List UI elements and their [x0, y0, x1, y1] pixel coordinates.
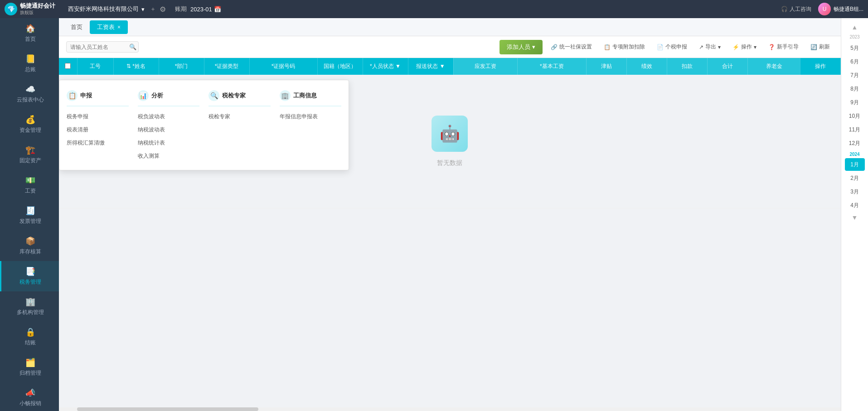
- company-selector[interactable]: 西安虾米网络科技有限公司 ▾: [68, 5, 145, 13]
- cal-month-2024-4[interactable]: 4月: [845, 199, 865, 212]
- dropdown-item-income-calc[interactable]: 收入测算: [138, 150, 200, 163]
- refresh-btn[interactable]: 🔄 刷新: [807, 41, 834, 53]
- add-person-button[interactable]: 添加人员 ▾: [499, 40, 543, 54]
- search-wrap[interactable]: 🔍: [66, 41, 139, 53]
- th-pension: 养老金: [748, 58, 800, 75]
- sidebar-item-multi[interactable]: 🏢 多机构管理: [0, 291, 59, 322]
- th-id-type: *证据类型: [204, 58, 249, 75]
- sidebar-item-cloud[interactable]: ☁️ 云报表中心: [0, 79, 59, 109]
- shuiJian-label: 税检专家: [222, 92, 246, 100]
- calendar-icon[interactable]: 📅: [214, 6, 221, 13]
- cal-month-7[interactable]: 7月: [845, 69, 865, 82]
- tax-filing-btn[interactable]: 📄 个税申报: [653, 41, 691, 53]
- user-area[interactable]: U 畅捷通B组...: [818, 3, 863, 15]
- scrollbar-thumb[interactable]: [77, 407, 258, 411]
- export-btn[interactable]: ↗ 导出 ▾: [695, 41, 724, 53]
- cal-nav-down[interactable]: ▼: [849, 212, 860, 223]
- sidebar-item-xiaochang[interactable]: 📣 小畅报销: [0, 382, 59, 411]
- th-id: 工号: [77, 58, 113, 75]
- top-header: 💎 畅捷通好会计 旗舰版 西安虾米网络科技有限公司 ▾ ＋ ⚙ 账期 2023-…: [0, 0, 868, 18]
- cal-month-12[interactable]: 12月: [845, 137, 865, 150]
- guide-label: 新手引导: [777, 43, 799, 51]
- sidebar-item-tax[interactable]: 📑 税务管理: [0, 261, 59, 291]
- social-insurance-btn[interactable]: 🔗 统一社保设置: [547, 41, 596, 53]
- sidebar-item-invoice[interactable]: 🧾 发票管理: [0, 200, 59, 231]
- dropdown-item-tax-stat[interactable]: 纳税统计表: [138, 136, 200, 150]
- sidebar-item-ledger[interactable]: 📒 总账: [0, 48, 59, 79]
- dropdown-item-tax-burden[interactable]: 税负波动表: [138, 110, 200, 123]
- special-label: 专项附加扣除: [612, 43, 645, 51]
- th-operation: 操作: [800, 58, 840, 75]
- dropdown-item-tax-change[interactable]: 纳税波动表: [138, 123, 200, 136]
- sidebar-item-home[interactable]: 🏠 首页: [0, 18, 59, 48]
- cal-nav-up[interactable]: ▲: [849, 22, 860, 33]
- cal-month-2024-1[interactable]: 1月: [845, 158, 865, 171]
- dropdown-item-tax-expert[interactable]: 税检专家: [209, 110, 271, 123]
- cal-month-5[interactable]: 5月: [845, 42, 865, 54]
- sidebar-item-fund[interactable]: 💰 资金管理: [0, 109, 59, 140]
- cal-year-2023-label: 2023: [849, 34, 859, 39]
- th-status: *人员状态 ▼: [363, 58, 408, 75]
- dropdown-item-income-tax[interactable]: 所得税汇算清缴: [67, 136, 129, 150]
- logo-area: 💎 畅捷通好会计 旗舰版: [5, 2, 63, 16]
- special-deduction-btn[interactable]: 📋 专项附加扣除: [600, 41, 649, 53]
- dropdown-section-gongShang: 🏢 工商信息 年报信息申报表: [280, 87, 342, 163]
- dropdown-item-annual-report[interactable]: 年报信息申报表: [280, 110, 342, 123]
- sort-icon: ⇅: [126, 63, 131, 69]
- social-icon: 🔗: [551, 44, 558, 50]
- sidebar-item-salary[interactable]: 💵 工资: [0, 170, 59, 200]
- dropdown-item-tax-filing[interactable]: 税务申报: [67, 110, 129, 123]
- tab-salary-label: 工资表: [97, 23, 115, 31]
- inventory-icon: 📦: [25, 236, 35, 246]
- settings-icon[interactable]: ⚙: [160, 5, 166, 14]
- th-checkbox[interactable]: [59, 58, 77, 75]
- add-person-dropdown-icon: ▾: [532, 44, 535, 50]
- sidebar-item-inventory[interactable]: 📦 库存核算: [0, 231, 59, 261]
- cal-month-9[interactable]: 9月: [845, 96, 865, 109]
- company-dropdown-icon: ▾: [141, 6, 145, 13]
- service-btn[interactable]: 🎧 人工咨询: [781, 5, 811, 13]
- sidebar-label-inventory: 库存核算: [19, 248, 41, 256]
- search-input[interactable]: [70, 44, 129, 50]
- ledger-icon: 📒: [25, 54, 35, 64]
- social-label: 统一社保设置: [559, 43, 592, 51]
- logo-sub: 旗舰版: [20, 10, 55, 16]
- sidebar-item-close[interactable]: 🔒 结账: [0, 322, 59, 352]
- dropdown-section-shenBao: 📋 申报 税务申报 税表清册 所得税汇算清缴: [67, 87, 129, 163]
- operation-btn[interactable]: ⚡ 操作 ▾: [729, 41, 760, 53]
- dropdown-item-tax-table[interactable]: 税表清册: [67, 123, 129, 136]
- sidebar-item-archive[interactable]: 🗂️ 归档管理: [0, 352, 59, 382]
- company-name: 西安虾米网络科技有限公司: [68, 5, 139, 13]
- period-value[interactable]: 2023-01: [190, 6, 212, 13]
- tab-salary[interactable]: 工资表 ×: [90, 20, 128, 34]
- cal-month-6[interactable]: 6月: [845, 55, 865, 68]
- th-dept: *部门: [159, 58, 204, 75]
- th-salary-group: 应发工资: [453, 58, 517, 75]
- cal-month-8[interactable]: 8月: [845, 82, 865, 95]
- tab-home[interactable]: 首页: [63, 20, 90, 34]
- cal-month-2024-3[interactable]: 3月: [845, 185, 865, 198]
- export-label: 导出: [705, 43, 716, 51]
- horizontal-scrollbar[interactable]: [59, 407, 841, 411]
- sidebar-label-close: 结账: [25, 339, 36, 347]
- th-deduction: 扣款: [667, 58, 707, 75]
- select-all-checkbox[interactable]: [65, 63, 71, 69]
- add-company-icon[interactable]: ＋: [150, 5, 156, 13]
- filter-icon[interactable]: ▼: [395, 63, 401, 69]
- cal-month-11[interactable]: 11月: [845, 123, 865, 136]
- logo-icon: 💎: [5, 3, 17, 15]
- tab-close-icon[interactable]: ×: [117, 24, 121, 30]
- guide-btn[interactable]: ❓ 新手引导: [765, 41, 802, 53]
- empty-text: 暂无数据: [437, 159, 462, 167]
- cal-month-2024-2[interactable]: 2月: [845, 172, 865, 184]
- sidebar-label-multi: 多机构管理: [17, 309, 44, 316]
- export-dropdown-icon: ▾: [718, 44, 721, 50]
- cal-month-10[interactable]: 10月: [845, 110, 865, 122]
- sidebar-label-invoice: 发票管理: [19, 218, 41, 225]
- th-name: ⇅ *姓名: [113, 58, 159, 75]
- special-icon: 📋: [604, 44, 611, 50]
- filter-icon-2[interactable]: ▼: [440, 63, 445, 69]
- dropdown-title-gongShang: 🏢 工商信息: [280, 87, 342, 106]
- sidebar-label-home: 首页: [25, 35, 36, 43]
- sidebar-item-asset[interactable]: 🏗️ 固定资产: [0, 140, 59, 170]
